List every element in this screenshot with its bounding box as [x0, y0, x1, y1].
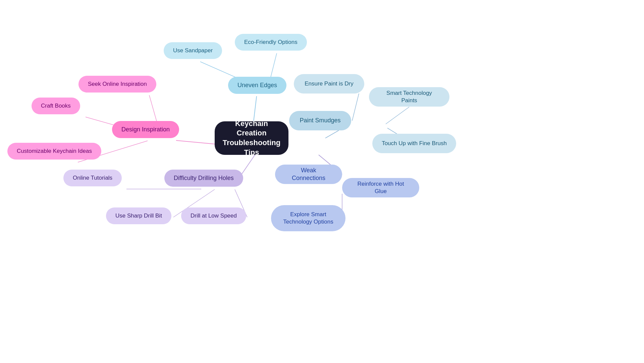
- smart-tech-paints-label: Smart Technology Paints: [378, 89, 440, 104]
- ensure-paint-dry-label: Ensure Paint is Dry: [305, 80, 354, 87]
- difficulty-drilling-node: Difficulty Drilling Holes: [164, 170, 243, 187]
- paint-smudges-label: Paint Smudges: [300, 117, 340, 124]
- svg-line-12: [352, 94, 359, 121]
- difficulty-drilling-label: Difficulty Drilling Holes: [174, 174, 234, 182]
- smart-tech-paints-node: Smart Technology Paints: [369, 87, 449, 107]
- center-label: Keychain Creation Troubleshooting Tips: [223, 119, 280, 157]
- seek-online-label: Seek Online Inspiration: [88, 80, 147, 88]
- weak-connections-label: Weak Connections: [284, 167, 333, 182]
- design-inspiration-node: Design Inspiration: [112, 121, 179, 138]
- reinforce-hot-glue-node: Reinforce with Hot Glue: [342, 178, 419, 197]
- ensure-paint-dry-node: Ensure Paint is Dry: [294, 74, 364, 94]
- drill-low-speed-node: Drill at Low Speed: [181, 207, 246, 224]
- svg-line-13: [386, 107, 409, 124]
- center-node: Keychain Creation Troubleshooting Tips: [215, 121, 288, 155]
- use-sharp-drill-node: Use Sharp Drill Bit: [106, 207, 171, 224]
- weak-connections-node: Weak Connections: [275, 165, 342, 184]
- eco-friendly-node: Eco-Friendly Options: [235, 34, 307, 51]
- eco-friendly-label: Eco-Friendly Options: [244, 39, 298, 46]
- use-sandpaper-label: Use Sandpaper: [173, 47, 213, 54]
- explore-smart-tech-label: Explore Smart Technology Options: [278, 211, 338, 226]
- paint-smudges-node: Paint Smudges: [289, 111, 351, 130]
- design-inspiration-label: Design Inspiration: [121, 126, 170, 133]
- explore-smart-tech-node: Explore Smart Technology Options: [271, 205, 345, 231]
- seek-online-node: Seek Online Inspiration: [78, 76, 156, 93]
- drill-low-speed-label: Drill at Low Speed: [191, 212, 237, 220]
- customizable-node: Customizable Keychain Ideas: [7, 143, 101, 160]
- touch-up-brush-node: Touch Up with Fine Brush: [372, 134, 456, 153]
- use-sandpaper-node: Use Sandpaper: [164, 42, 222, 59]
- online-tutorials-label: Online Tutorials: [73, 174, 112, 182]
- craft-books-node: Craft Books: [32, 98, 80, 114]
- reinforce-hot-glue-label: Reinforce with Hot Glue: [352, 180, 410, 195]
- touch-up-brush-label: Touch Up with Fine Brush: [382, 140, 447, 147]
- uneven-edges-node: Uneven Edges: [228, 77, 286, 94]
- online-tutorials-node: Online Tutorials: [63, 170, 122, 186]
- customizable-label: Customizable Keychain Ideas: [17, 147, 92, 155]
- use-sharp-drill-label: Use Sharp Drill Bit: [115, 212, 162, 220]
- craft-books-label: Craft Books: [41, 102, 71, 110]
- uneven-edges-label: Uneven Edges: [237, 81, 277, 89]
- svg-line-11: [325, 130, 339, 138]
